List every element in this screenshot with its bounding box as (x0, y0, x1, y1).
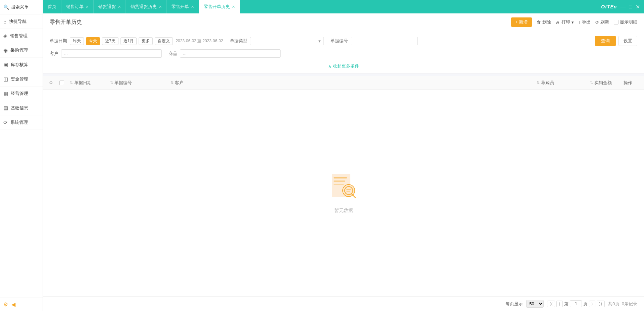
sidebar-item-system-mgmt[interactable]: ⟳ 系统管理 (0, 115, 43, 130)
tab-sales-order[interactable]: 销售订单 ✕ (61, 0, 94, 13)
filter-customer-select[interactable]: ... (61, 49, 162, 58)
th-amount-label: 实销金额 (594, 80, 612, 86)
page-number-input[interactable]: 1 (570, 300, 582, 307)
th-date[interactable]: ⇅ 单据日期 (67, 80, 107, 86)
first-page-btn[interactable]: ⟨⟨ (547, 301, 555, 307)
date-btn-last7[interactable]: 近7天 (102, 37, 118, 45)
tab-retail-open-label: 零售开单 (171, 4, 189, 10)
page-label: 第 (564, 301, 568, 307)
export-icon: ↑ (579, 20, 581, 25)
sidebar: 🔍 搜索采单 ⌂ 快捷导航 ◈ 销售管理 ◉ 采购管理 ▣ 库存核算 ◫ 资金管… (0, 0, 43, 311)
filter-doc-type-label: 单据类型 (230, 38, 247, 44)
filter-row-2: 客户 ... 商品 ... (50, 49, 637, 58)
filter-doc-type-select[interactable]: ▾ (250, 37, 324, 45)
checkbox-display[interactable] (614, 20, 618, 24)
toolbar: + 新增 🗑 删除 🖨 打印 ▾ ↑ 导出 ⟳ 刷新 (511, 17, 637, 27)
sidebar-item-label: 经营管理 (11, 91, 28, 97)
th-guide[interactable]: ⇅ 导购员 (534, 80, 574, 86)
export-button[interactable]: ↑ 导出 (579, 19, 591, 25)
display-detail-button[interactable]: 显示明细 (614, 19, 637, 25)
tab-retail-open-history-close[interactable]: ✕ (232, 5, 235, 9)
sidebar-item-sales-mgmt[interactable]: ◈ 销售管理 (0, 29, 43, 43)
tab-retail-open[interactable]: 零售开单 ✕ (167, 0, 199, 13)
filter-date-buttons: 昨天 今天 近7天 近1月 更多 自定义 (70, 37, 173, 45)
query-buttons: 查询 设置 (595, 36, 637, 46)
select-all-checkbox[interactable] (59, 81, 64, 85)
tab-sales-return-close[interactable]: ✕ (118, 5, 121, 9)
sidebar-search[interactable]: 🔍 搜索采单 (0, 0, 43, 14)
print-button[interactable]: 🖨 打印 ▾ (556, 19, 574, 25)
filter-goods: 商品 ... (168, 49, 281, 58)
last-page-btn[interactable]: ⟩⟩ (597, 301, 605, 307)
th-number-label: 单据编号 (114, 80, 132, 86)
tab-sales-return[interactable]: 销货退货 ✕ (94, 0, 126, 13)
print-icon: 🖨 (556, 20, 560, 25)
search-icon: 🔍 (3, 4, 9, 10)
tab-retail-open-history[interactable]: 零售开单历史 ✕ (199, 0, 240, 13)
export-label: 导出 (582, 19, 591, 25)
th-action: 操作 (614, 80, 641, 86)
sidebar-item-inventory[interactable]: ▣ 库存核算 (0, 58, 43, 72)
date-btn-today[interactable]: 今天 (86, 37, 100, 45)
tab-home[interactable]: 首页 (43, 0, 61, 13)
sidebar-item-operations[interactable]: ▦ 经营管理 (0, 87, 43, 101)
topbar-controls: OfTEn — □ ✕ (601, 4, 644, 10)
prev-page-btn[interactable]: ⟨ (556, 301, 563, 307)
filter-customer-value: ... (64, 51, 68, 56)
empty-text: 暂无数据 (334, 208, 353, 214)
sidebar-search-label: 搜索采单 (11, 4, 29, 10)
tab-sales-return-history[interactable]: 销货退货历史 ✕ (126, 0, 167, 13)
filter-goods-select[interactable]: ... (180, 49, 281, 58)
filter-doc-number: 单据编号 (331, 37, 418, 45)
per-page-label: 每页显示 (505, 301, 523, 307)
delete-icon: 🗑 (537, 20, 541, 25)
svg-rect-2 (334, 180, 345, 182)
query-button[interactable]: 查询 (595, 36, 616, 46)
th-guide-label: 导购员 (541, 80, 554, 86)
th-customer-label: 客户 (175, 80, 184, 86)
filter-doc-number-label: 单据编号 (331, 38, 348, 44)
date-btn-last-month[interactable]: 近1月 (120, 37, 137, 45)
topbar: 首页 销售订单 ✕ 销货退货 ✕ 销货退货历史 ✕ 零售开单 ✕ 零售开单历史 … (43, 0, 644, 13)
table-settings-icon[interactable]: ⚙ (46, 80, 56, 85)
sort-icon-guide: ⇅ (537, 81, 540, 85)
sidebar-bottom: ⚙ ◀ (0, 298, 43, 311)
sort-icon-date: ⇅ (70, 81, 73, 85)
page-total: 共0页, 0条记录 (608, 301, 637, 307)
close-btn[interactable]: ✕ (636, 4, 640, 10)
per-page-select[interactable]: 50 10 20 100 (526, 300, 544, 308)
th-number[interactable]: ⇅ 单据编号 (107, 80, 168, 86)
filter-customer: 客户 ... (50, 49, 162, 58)
filter-date-label: 单据日期 (50, 38, 67, 44)
next-page-btn[interactable]: ⟩ (589, 301, 595, 307)
refresh-button[interactable]: ⟳ 刷新 (595, 19, 609, 25)
tab-retail-open-close[interactable]: ✕ (191, 5, 194, 9)
date-btn-custom[interactable]: 自定义 (155, 37, 173, 45)
filter-doc-number-input[interactable] (351, 37, 418, 45)
th-customer[interactable]: ⇅ 客户 (168, 80, 534, 86)
tab-sales-order-close[interactable]: ✕ (86, 5, 89, 9)
tab-sales-order-label: 销售订单 (66, 4, 84, 10)
date-btn-more[interactable]: 更多 (139, 37, 153, 45)
filter-settings-button[interactable]: 设置 (618, 36, 637, 46)
filter-area: 单据日期 昨天 今天 近7天 近1月 更多 自定义 2023-06-02 至 2… (43, 31, 644, 73)
add-button[interactable]: + 新增 (511, 17, 532, 27)
maximize-btn[interactable]: □ (629, 4, 632, 10)
collapse-more-btn[interactable]: ∧ 收起更多条件 (50, 61, 637, 70)
minimize-btn[interactable]: — (620, 4, 626, 10)
home-icon: ⌂ (3, 19, 6, 24)
sidebar-item-quick-nav[interactable]: ⌂ 快捷导航 (0, 14, 43, 29)
tab-sales-return-history-close[interactable]: ✕ (159, 5, 162, 9)
th-amount[interactable]: ⇅ 实销金额 (574, 80, 614, 86)
date-btn-yesterday[interactable]: 昨天 (70, 37, 84, 45)
sidebar-item-finance[interactable]: ◫ 资金管理 (0, 72, 43, 87)
basic-info-icon: ▤ (3, 105, 8, 111)
sidebar-item-basic-info[interactable]: ▤ 基础信息 (0, 101, 43, 115)
page-header: 零售开单历史 + 新增 🗑 删除 🖨 打印 ▾ ↑ 导出 ⟳ (43, 13, 644, 31)
collapse-sidebar-btn[interactable]: ◀ (11, 301, 15, 308)
sidebar-item-purchase-mgmt[interactable]: ◉ 采购管理 (0, 43, 43, 58)
delete-button[interactable]: 🗑 删除 (537, 19, 551, 25)
settings-bottom-btn[interactable]: ⚙ (3, 301, 8, 308)
th-checkbox[interactable] (56, 81, 67, 85)
sort-icon-amount: ⇅ (590, 81, 593, 85)
